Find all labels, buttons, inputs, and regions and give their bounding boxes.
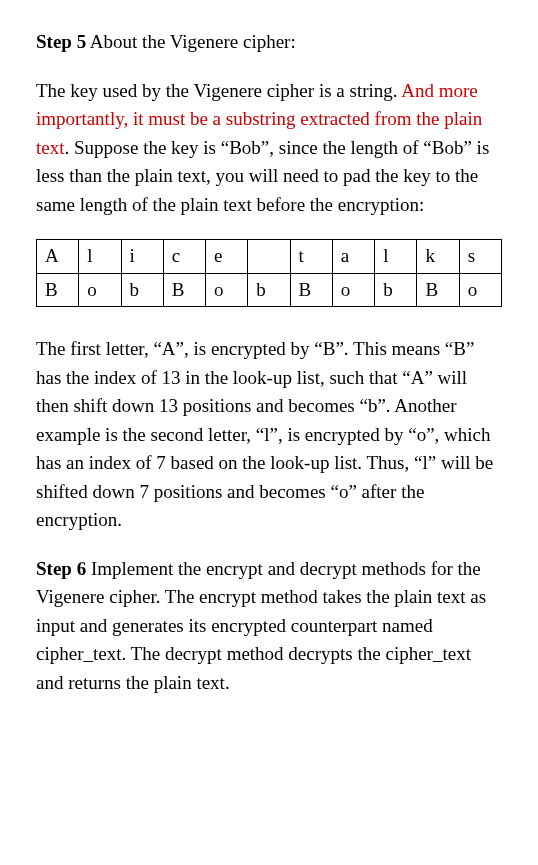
table-cell: o <box>332 273 374 307</box>
table-row: B o b B o b B o b B o <box>37 273 502 307</box>
step6-paragraph: Step 6 Implement the encrypt and decrypt… <box>36 555 502 698</box>
step5-intro-text: About the Vigenere cipher: <box>86 31 296 52</box>
table-cell: b <box>121 273 163 307</box>
table-cell: B <box>290 273 332 307</box>
step5-intro: Step 5 About the Vigenere cipher: <box>36 28 502 57</box>
table-cell: l <box>375 240 417 274</box>
step5-label: Step 5 <box>36 31 86 52</box>
table-cell: B <box>163 273 205 307</box>
table-cell: B <box>417 273 459 307</box>
table-cell: o <box>79 273 121 307</box>
table-cell: c <box>163 240 205 274</box>
table-cell: i <box>121 240 163 274</box>
step5-paragraph2: The first letter, “A”, is encrypted by “… <box>36 335 502 535</box>
step5-p1-post: . Suppose the key is “Bob”, since the le… <box>36 137 489 215</box>
table-cell: k <box>417 240 459 274</box>
cipher-table: A l i c e t a l k s B o b B o b B o b B … <box>36 239 502 307</box>
table-cell: a <box>332 240 374 274</box>
table-cell <box>248 240 290 274</box>
step6-text: Implement the encrypt and decrypt method… <box>36 558 486 693</box>
table-row: A l i c e t a l k s <box>37 240 502 274</box>
step5-paragraph1: The key used by the Vigenere cipher is a… <box>36 77 502 220</box>
table-cell: b <box>248 273 290 307</box>
table-cell: t <box>290 240 332 274</box>
step5-p1-pre: The key used by the Vigenere cipher is a… <box>36 80 401 101</box>
table-cell: l <box>79 240 121 274</box>
table-cell: o <box>206 273 248 307</box>
step6-label: Step 6 <box>36 558 86 579</box>
table-cell: s <box>459 240 501 274</box>
table-cell: A <box>37 240 79 274</box>
table-cell: b <box>375 273 417 307</box>
table-cell: B <box>37 273 79 307</box>
table-cell: e <box>206 240 248 274</box>
table-cell: o <box>459 273 501 307</box>
